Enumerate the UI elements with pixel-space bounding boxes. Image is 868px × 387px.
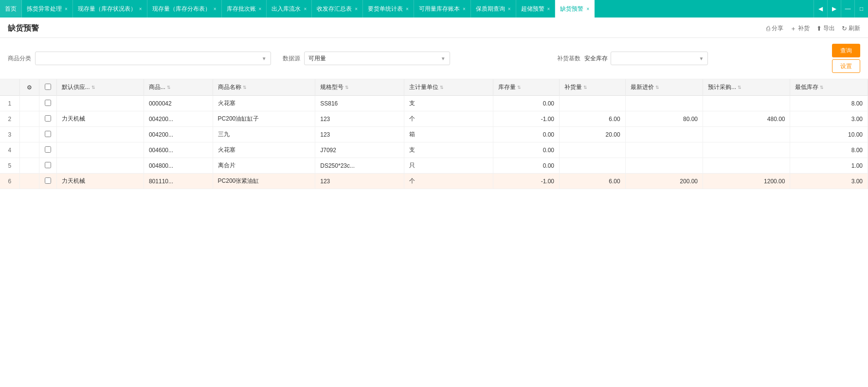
row-gear[interactable]: [19, 111, 39, 127]
nav-tab-11[interactable]: 缺货预警×: [555, 0, 595, 18]
nav-tab-0[interactable]: 首页: [0, 0, 22, 18]
cell-replenish: [560, 142, 626, 158]
sort-icon-unit[interactable]: ⇅: [440, 85, 444, 90]
col-supplier[interactable]: 默认供应...⇅: [56, 79, 144, 96]
sort-icon-name[interactable]: ⇅: [243, 85, 247, 90]
query-button[interactable]: 查询: [832, 44, 860, 57]
col-min_stock[interactable]: 最低库存⇅: [790, 79, 868, 96]
nav-tab-2[interactable]: 现存量（库存状况表）×: [73, 0, 147, 18]
nav-tab-label: 可用量库存账本: [419, 5, 460, 13]
row-gear[interactable]: [19, 127, 39, 142]
row-checkbox[interactable]: [45, 177, 51, 184]
replenish-select[interactable]: ▼: [611, 52, 708, 65]
nav-minimize-btn[interactable]: —: [841, 0, 854, 18]
cell-replenish: 6.00: [560, 111, 626, 127]
col-label-est_purchase: 预计采购...: [708, 84, 736, 90]
nav-tab-close[interactable]: ×: [355, 6, 358, 12]
row-gear[interactable]: [19, 174, 39, 189]
nav-next-btn[interactable]: ▶: [827, 0, 841, 18]
cell-est_purchase: 480.00: [703, 111, 790, 127]
nav-tab-close[interactable]: ×: [304, 6, 307, 12]
share-button[interactable]: ⎙ 分享: [766, 24, 783, 33]
sort-icon-supplier[interactable]: ⇅: [91, 85, 95, 90]
gear-icon[interactable]: ⚙: [27, 84, 32, 91]
row-checkbox[interactable]: [45, 162, 51, 168]
cell-supplier: [56, 158, 144, 174]
category-filter-group: 商品分类 ▼: [8, 52, 271, 65]
cell-name: PC200张紧油缸: [213, 174, 315, 189]
cell-latest_price: [625, 96, 703, 111]
col-stock[interactable]: 库存量⇅: [493, 79, 560, 96]
nav-tab-close[interactable]: ×: [406, 6, 409, 12]
nav-tab-label: 收发存汇总表: [317, 5, 352, 13]
nav-tab-8[interactable]: 可用量库存账本×: [414, 0, 471, 18]
select-all-checkbox[interactable]: [45, 84, 51, 90]
row-checkbox-cell: [39, 158, 56, 174]
nav-tab-label: 超储预警: [521, 5, 544, 13]
cell-name: 火花塞: [213, 142, 315, 158]
col-label-stock: 库存量: [498, 84, 516, 90]
col-gear: ⚙: [19, 79, 39, 96]
col-replenish[interactable]: 补货量⇅: [560, 79, 626, 96]
nav-tab-7[interactable]: 要货单统计表×: [363, 0, 414, 18]
sort-icon-min_stock[interactable]: ⇅: [820, 85, 824, 90]
row-gear[interactable]: [19, 158, 39, 174]
row-gear[interactable]: [19, 142, 39, 158]
datasource-value: 可用量: [308, 54, 326, 63]
nav-tab-5[interactable]: 出入库流水×: [267, 0, 312, 18]
col-unit[interactable]: 主计量单位⇅: [404, 79, 493, 96]
nav-tab-6[interactable]: 收发存汇总表×: [312, 0, 363, 18]
nav-tab-3[interactable]: 现存量（库存分布表）×: [147, 0, 222, 18]
sort-icon-est_purchase[interactable]: ⇅: [738, 85, 741, 90]
nav-tab-close[interactable]: ×: [259, 6, 262, 12]
nav-tab-9[interactable]: 保质期查询×: [471, 0, 516, 18]
col-name[interactable]: 商品名称⇅: [213, 79, 315, 96]
row-checkbox[interactable]: [45, 115, 51, 122]
cell-code: 004800...: [144, 158, 213, 174]
sort-icon-replenish[interactable]: ⇅: [583, 85, 587, 90]
cell-stock: -1.00: [493, 174, 560, 189]
nav-tab-4[interactable]: 库存批次账×: [222, 0, 267, 18]
sort-icon-code[interactable]: ⇅: [167, 85, 171, 90]
sort-icon-latest_price[interactable]: ⇅: [655, 85, 659, 90]
nav-tab-close[interactable]: ×: [139, 6, 142, 12]
row-checkbox[interactable]: [45, 146, 51, 153]
nav-tab-close[interactable]: ×: [65, 6, 68, 12]
datasource-chevron-icon: ▼: [441, 56, 446, 61]
datasource-select[interactable]: 可用量 ▼: [304, 52, 450, 65]
col-code[interactable]: 商品...⇅: [144, 79, 213, 96]
col-spec[interactable]: 规格型号⇅: [315, 79, 404, 96]
nav-maximize-btn[interactable]: □: [854, 0, 868, 18]
nav-tab-close[interactable]: ×: [586, 6, 589, 12]
nav-tab-label: 保质期查询: [476, 5, 505, 13]
col-latest_price[interactable]: 最新进价⇅: [625, 79, 703, 96]
nav-tab-close[interactable]: ×: [547, 6, 550, 12]
nav-tab-label: 库存批次账: [227, 5, 256, 13]
nav-tab-close[interactable]: ×: [463, 6, 466, 12]
share-label: 分享: [772, 24, 783, 33]
col-label-latest_price: 最新进价: [631, 84, 654, 90]
cell-supplier: 力天机械: [56, 174, 144, 189]
nav-tab-label: 现存量（库存状况表）: [78, 5, 136, 13]
nav-tab-10[interactable]: 超储预警×: [516, 0, 556, 18]
nav-prev-btn[interactable]: ◀: [814, 0, 827, 18]
row-gear[interactable]: [19, 96, 39, 111]
cell-est_purchase: 1200.00: [703, 174, 790, 189]
cell-latest_price: [625, 127, 703, 142]
nav-tab-close[interactable]: ×: [214, 6, 217, 12]
category-select[interactable]: ▼: [35, 52, 271, 65]
nav-tab-close[interactable]: ×: [508, 6, 511, 12]
cell-spec: 123: [315, 127, 404, 142]
share-icon: ⎙: [766, 25, 770, 32]
settings-button[interactable]: 设置: [832, 59, 860, 73]
replenish-button[interactable]: ＋ 补货: [790, 24, 810, 33]
row-checkbox[interactable]: [45, 100, 51, 106]
sort-icon-stock[interactable]: ⇅: [517, 85, 521, 90]
export-button[interactable]: ⬆ 导出: [816, 24, 835, 33]
refresh-button[interactable]: ↻ 刷新: [842, 24, 860, 33]
row-number: 4: [0, 142, 19, 158]
nav-tab-1[interactable]: 拣货异常处理×: [22, 0, 73, 18]
col-est_purchase[interactable]: 预计采购...⇅: [703, 79, 790, 96]
row-checkbox[interactable]: [45, 131, 51, 137]
sort-icon-spec[interactable]: ⇅: [345, 85, 349, 90]
